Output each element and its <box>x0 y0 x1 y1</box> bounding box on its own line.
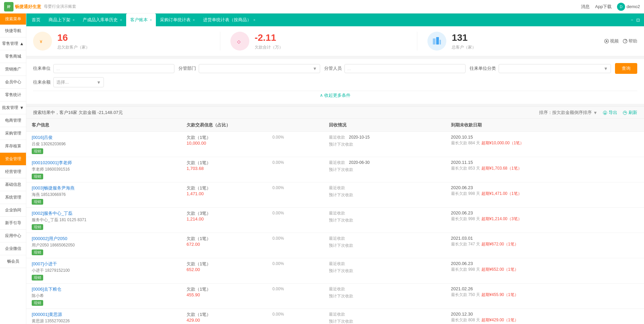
filter-input-unit[interactable]: ... <box>53 64 174 73</box>
sidebar-item-zijin[interactable]: 资金管理 <box>0 153 26 166</box>
sidebar-item-qiye[interactable]: 企业协同 <box>0 204 26 217</box>
overdue-amount-1[interactable]: 超期¥1,703.68（1笔） <box>481 166 522 171</box>
tab-incoming[interactable]: 进货单统计表（按商品） × <box>199 13 259 26</box>
filter-row-2: 往来余额 选择... ▼ <box>33 77 637 87</box>
sidebar-item-lingtong[interactable]: 零售统计 <box>0 89 26 101</box>
tab-history-close[interactable]: × <box>120 18 122 22</box>
customer-name-7[interactable]: [000001]黄思源 <box>32 312 176 318</box>
sidebar-item-pifa[interactable]: 批发管理 ▼ <box>0 101 26 114</box>
debt-label-5: 欠款（1笔） <box>187 261 259 267</box>
amount-7[interactable]: 429.00 <box>187 318 259 323</box>
sidebar-item-qiyewx[interactable]: 企业微信 <box>0 242 26 255</box>
video-btn[interactable]: 视频 <box>604 38 619 44</box>
tab-accounts-close[interactable]: × <box>150 18 152 22</box>
sidebar-item-jichu[interactable]: 基础信息 <box>0 178 26 191</box>
customer-name-3[interactable]: [0002]服务中心_丁磊 <box>32 210 176 216</box>
filter-item-dept: 分管部门 ▼ <box>178 64 320 73</box>
tab-minimize-btn[interactable]: － <box>630 17 634 23</box>
results-text: 搜索结果中，客户16家 欠款金额 -21,148.07元 <box>33 110 123 116</box>
message-btn[interactable]: 消息 <box>581 4 590 10</box>
sidebar-search[interactable]: 搜索菜单 <box>0 13 26 25</box>
table-row: [0016]吕俊 吕俊 13026203696 现销 欠款（1笔） 10,000… <box>26 132 644 157</box>
chevron-down-icon-bal: ▼ <box>96 80 101 85</box>
table-row: [000001]黄思源 黄思源 13552700226 现销 欠款（1笔） 42… <box>26 309 644 324</box>
recovery-label-2: 最近收款 <box>329 185 345 190</box>
sidebar-item-lingshou[interactable]: 零售管理 ▲ <box>0 37 26 50</box>
pct-6: 0.00% <box>273 287 284 291</box>
sort-dropdown[interactable]: 排序：按欠款金额倒序排序 ▼ <box>539 110 597 116</box>
filter-select-category[interactable]: ▼ <box>499 64 611 73</box>
cell-due-1: 2020.11.15 最长欠款 853 天 超期¥1,703.68（1笔） <box>446 157 644 182</box>
sidebar-item-lingshang[interactable]: 零售商城 <box>0 50 26 63</box>
collapse-more-btn[interactable]: ∧ 收起更多条件 <box>33 91 637 100</box>
tab-incoming-close[interactable]: × <box>253 18 255 22</box>
amount-1[interactable]: 1,703.68 <box>187 166 259 171</box>
tab-home[interactable]: 首页 <box>28 13 45 26</box>
help-label: 帮助 <box>628 38 637 44</box>
overdue-amount-7[interactable]: 超期¥429.00（1笔） <box>481 318 519 322</box>
sidebar-item-yingyong[interactable]: 应用中心 <box>0 230 26 242</box>
amount-0[interactable]: 10,000.00 <box>187 141 259 146</box>
sidebar-item-caigou[interactable]: 采购管理 <box>0 127 26 140</box>
cell-due-0: 2020.10.15 最长欠款 884 天 超期¥10,000.00（1笔） <box>446 132 644 157</box>
recovery-label-0: 最近收款 <box>329 135 345 140</box>
amount-6[interactable]: 455.90 <box>187 292 259 297</box>
filter-select-balance[interactable]: 选择... ▼ <box>53 77 104 87</box>
customer-name-2[interactable]: [0003]畅捷服务尹海燕 <box>32 185 176 191</box>
customer-name-4[interactable]: [000002]用户2050 <box>32 236 176 242</box>
sidebar-item-xinshou[interactable]: 新手引导 <box>0 217 26 230</box>
amount-4[interactable]: 672.00 <box>187 242 259 247</box>
filter-label-category: 往来单位分类 <box>470 65 496 71</box>
filter-label-balance: 往来余额 <box>33 79 51 85</box>
tab-products-close[interactable]: × <box>73 18 75 22</box>
cell-pct-3: 0.00% <box>264 208 324 233</box>
cell-pct-0: 0.00% <box>264 132 324 157</box>
filter-select-dept[interactable]: ▼ <box>199 64 320 73</box>
overdue-amount-2[interactable]: 超期¥1,471.00（1笔） <box>481 191 522 196</box>
sidebar-item-changhui[interactable]: 畅会员 <box>0 255 26 268</box>
search-button[interactable]: 查询 <box>615 63 637 74</box>
amount-3[interactable]: 1,214.00 <box>187 216 259 222</box>
overdue-amount-5[interactable]: 超期¥652.00（1笔） <box>481 267 519 272</box>
overdue-amount-0[interactable]: 超期¥10,000.00（1笔） <box>481 141 524 145</box>
cell-debt-3: 欠款（3笔） 1,214.00 <box>181 208 264 233</box>
tab-maximize-btn[interactable]: ⊡ <box>636 18 640 23</box>
table-header-row: 客户信息 欠款交易信息（占比） 回收情况 到期未收款日期 <box>26 119 644 132</box>
sidebar-item-huiyuan[interactable]: 会员中心 <box>0 76 26 89</box>
tab-history[interactable]: 产成品入库单历史 × <box>79 13 126 26</box>
svg-point-13 <box>623 111 627 115</box>
sidebar-item-kuaijie[interactable]: 快捷导航 <box>0 25 26 37</box>
sidebar-item-yingxiao[interactable]: 营销推广 <box>0 63 26 76</box>
collapse-icon: ∧ <box>320 93 323 98</box>
amount-5[interactable]: 652.00 <box>187 267 259 272</box>
customer-name-0[interactable]: [0016]吕俊 <box>32 135 176 141</box>
tab-products[interactable]: 商品上下架 × <box>45 13 79 26</box>
amount-2[interactable]: 1,471.00 <box>187 191 259 196</box>
sidebar-item-dianshang[interactable]: 电商管理 <box>0 114 26 127</box>
customer-name-6[interactable]: [0006]去下粮仓 <box>32 286 176 292</box>
sidebar-item-jingying[interactable]: 经营管理 <box>0 166 26 178</box>
refresh-btn[interactable]: 刷新 <box>623 110 637 116</box>
tab-accounts[interactable]: 客户账本 × <box>126 13 156 26</box>
cell-pct-7: 0.00% <box>264 309 324 324</box>
export-btn[interactable]: 导出 <box>603 110 617 116</box>
tab-purchase[interactable]: 采购订单统计表 × <box>156 13 199 26</box>
overdue-amount-6[interactable]: 超期¥455.90（1笔） <box>481 292 519 297</box>
filter-input-person[interactable]: ... <box>344 64 466 73</box>
recovery-row-1: 最近收款 2020-06-30 <box>329 160 440 166</box>
customer-name-5[interactable]: [0007]小进干 <box>32 261 176 267</box>
due-days-7: 最长欠款 808 天 超期¥429.00（1笔） <box>451 317 639 323</box>
recovery-next-2: 预计下次收款 <box>329 192 440 198</box>
tab-purchase-close[interactable]: × <box>193 18 195 22</box>
app-logo: 好 畅捷通好生意 <box>4 2 41 11</box>
overdue-amount-3[interactable]: 超期¥1,214.00（3笔） <box>481 216 522 221</box>
sidebar-item-kucun[interactable]: 库存核算 <box>0 140 26 153</box>
app-download-btn[interactable]: App下载 <box>595 4 612 10</box>
collapse-label: 收起更多条件 <box>324 93 351 98</box>
customer-name-1[interactable]: [0001020001]李老师 <box>32 160 176 166</box>
user-avatar[interactable]: D demo2 <box>617 3 640 11</box>
overdue-amount-4[interactable]: 超期¥672.00（1笔） <box>481 242 519 246</box>
customer-sub-7: 黄思源 13552700226 <box>32 318 176 324</box>
help-btn[interactable]: ? 帮助 <box>623 38 637 44</box>
sidebar-item-xitong[interactable]: 系统管理 <box>0 191 26 204</box>
